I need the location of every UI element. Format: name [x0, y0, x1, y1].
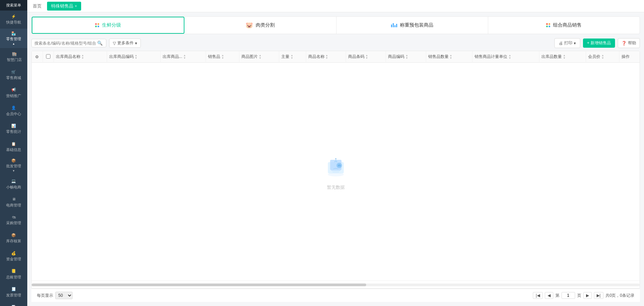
sidebar-item-purchase-mgmt[interactable]: 🛍 采购管理	[0, 211, 27, 229]
col-check[interactable]	[43, 51, 54, 63]
col-settings[interactable]: ⚙	[32, 51, 43, 63]
col-item-code[interactable]: 商品编码 ▲▼	[386, 51, 426, 63]
toolbar-left: 🔍 ▽ 更多条件 ▾	[31, 39, 141, 48]
pagination-left: 每页显示 10 20 50 100	[37, 292, 73, 299]
sort-arrows-out-code: ▲▼	[135, 54, 137, 60]
col-main-unit[interactable]: 主量 ▲▼	[279, 51, 306, 63]
meat-cut-icon: 🐷	[245, 21, 253, 29]
sidebar-logo[interactable]: 搜索菜单	[0, 0, 27, 11]
search-input[interactable]	[34, 41, 96, 46]
tab-fresh-grade-label: 生鲜分级	[102, 22, 121, 28]
sort-arrows-sale-item: ▲▼	[221, 54, 224, 60]
filter-icon: ▽	[113, 41, 116, 46]
search-box[interactable]: 🔍	[31, 39, 106, 47]
horizontal-scrollbar[interactable]	[32, 284, 640, 286]
total-records: 共0页，0条记录	[605, 293, 634, 299]
tab-weight-pack-label: 称重预包装商品	[400, 22, 433, 28]
empty-state-text: 暂无数据	[327, 184, 345, 190]
sidebar-item-retail-mgmt[interactable]: 🏪 零售管理 ▲	[0, 29, 27, 48]
chevron-down-icon-2: ▼	[12, 169, 15, 172]
col-sale-qty[interactable]: 销售品数量 ▲▼	[426, 51, 473, 63]
empty-state: 暂无数据	[32, 63, 640, 280]
wholesale-mgmt-icon: 📦	[11, 158, 16, 163]
sidebar-item-basic-info[interactable]: 📋 基础信息	[0, 138, 27, 156]
weight-pack-icon	[391, 23, 397, 27]
help-icon: ❓	[621, 41, 627, 46]
page-number-input[interactable]	[561, 292, 575, 299]
sidebar-item-tax[interactable]: 📑 税务管理	[0, 301, 27, 306]
tab-meat-cut[interactable]: 🐷 肉类分割	[184, 17, 336, 34]
svg-point-8	[335, 158, 336, 159]
svg-point-5	[339, 165, 340, 166]
sidebar-item-mini-ecom[interactable]: 💻 小畅电商	[0, 175, 27, 193]
sort-arrows-sale-qty: ▲▼	[450, 54, 452, 60]
toolbar: 🔍 ▽ 更多条件 ▾ 🖨 打印 ▾ + 新增销售品 ❓	[31, 38, 640, 48]
first-page-button[interactable]: |◀	[533, 292, 542, 299]
sidebar-item-ecom-mgmt[interactable]: 🖥 电商管理	[0, 193, 27, 211]
pagination-bar: 每页显示 10 20 50 100 |◀ ◀ 第 页 ▶ ▶| 共0页，0条记录	[31, 289, 640, 302]
sidebar-item-general-ledger[interactable]: 📒 总账管理	[0, 265, 27, 283]
active-tab[interactable]: 特殊销售品 ×	[47, 2, 81, 11]
col-out-spec[interactable]: 出库商品... ▲▼	[160, 51, 206, 63]
svg-point-3	[336, 163, 342, 168]
tab-combo-sales[interactable]: 组合商品销售	[488, 17, 640, 34]
sidebar-item-inventory[interactable]: 📦 库存核算	[0, 229, 27, 247]
col-item-img[interactable]: 商品图片 ▲▼	[239, 51, 279, 63]
sidebar-item-quick-nav[interactable]: ⚡ 快捷导航	[0, 11, 27, 29]
chevron-down-icon-print: ▾	[574, 41, 576, 46]
new-sale-item-button[interactable]: + 新增销售品	[583, 39, 615, 48]
mini-ecom-icon: 💻	[11, 179, 16, 184]
tax-icon: 📑	[11, 305, 16, 306]
svg-point-4	[338, 165, 339, 166]
sidebar-item-members[interactable]: 👤 会员中心	[0, 102, 27, 120]
basic-info-icon: 📋	[11, 141, 16, 147]
help-button[interactable]: ❓ 帮助	[618, 38, 640, 48]
retail-stats-icon: 📊	[11, 123, 16, 128]
print-icon: 🖨	[559, 41, 563, 46]
chevron-down-icon-filter: ▾	[135, 41, 137, 46]
sidebar-item-sales-promo[interactable]: 📢 营销推广	[0, 84, 27, 102]
sort-arrows-main-unit: ▲▼	[290, 54, 293, 60]
prev-page-button[interactable]: ◀	[545, 292, 553, 299]
sidebar-item-wholesale-mgmt[interactable]: 📦 批发管理 ▼	[0, 156, 27, 175]
col-out-code[interactable]: 出库商品编码 ▲▼	[107, 51, 161, 63]
per-page-label: 每页显示	[37, 293, 53, 299]
next-page-button[interactable]: ▶	[583, 292, 592, 299]
per-page-select[interactable]: 10 20 50 100	[55, 292, 73, 299]
tab-weight-pack[interactable]: 称重预包装商品	[336, 17, 488, 34]
tab-close-button[interactable]: ×	[75, 4, 77, 9]
data-table: ⚙ 出库商品名称 ▲▼ 出库	[32, 51, 640, 63]
last-page-button[interactable]: ▶|	[594, 292, 603, 299]
sidebar-item-retail-mall[interactable]: 🛒 零售商城	[0, 66, 27, 84]
col-sale-item[interactable]: 销售品 ▲▼	[206, 51, 239, 63]
print-button[interactable]: 🖨 打印 ▾	[554, 38, 580, 48]
quick-nav-icon: ⚡	[11, 14, 16, 19]
breadcrumb-home[interactable]: 首页	[33, 3, 42, 9]
fresh-grade-icon	[95, 23, 99, 27]
col-sale-unit[interactable]: 销售商品计量单位 ▲▼	[473, 51, 539, 63]
col-item-name[interactable]: 商品名称 ▲▼	[306, 51, 346, 63]
sidebar-item-retail-stats[interactable]: 📊 零售统计	[0, 120, 27, 138]
tab-fresh-grade[interactable]: 生鲜分级	[32, 17, 184, 34]
tab-label: 特殊销售品	[51, 3, 73, 9]
sort-arrows-member-price: ▲▼	[601, 54, 604, 60]
select-all-checkbox[interactable]	[46, 54, 50, 59]
sort-arrows-barcode: ▲▼	[365, 54, 368, 60]
tab-combo-sales-label: 组合商品销售	[553, 22, 582, 28]
col-barcode[interactable]: 商品条码 ▲▼	[346, 51, 386, 63]
empty-state-icon	[322, 153, 349, 180]
retail-mall-icon: 🛒	[11, 70, 16, 75]
col-out-qty[interactable]: 出库品数量 ▲▼	[539, 51, 586, 63]
sidebar-item-label: 快捷导航	[6, 20, 21, 25]
sidebar-item-invoice[interactable]: 🧾 发票管理	[0, 283, 27, 301]
sidebar-item-finance[interactable]: 💰 资金管理	[0, 247, 27, 265]
purchase-mgmt-icon: 🛍	[12, 215, 16, 220]
sidebar-item-smart-store[interactable]: 🏬 智慧门店	[0, 48, 27, 66]
page-unit: 页	[577, 293, 581, 299]
svg-rect-7	[332, 171, 339, 172]
chevron-down-icon: ▲	[12, 42, 15, 45]
filter-button[interactable]: ▽ 更多条件 ▾	[109, 39, 141, 48]
col-member-price[interactable]: 会员价 ▲▼	[586, 51, 619, 63]
col-out-name[interactable]: 出库商品名称 ▲▼	[54, 51, 107, 63]
scrollbar-thumb[interactable]	[32, 284, 366, 286]
